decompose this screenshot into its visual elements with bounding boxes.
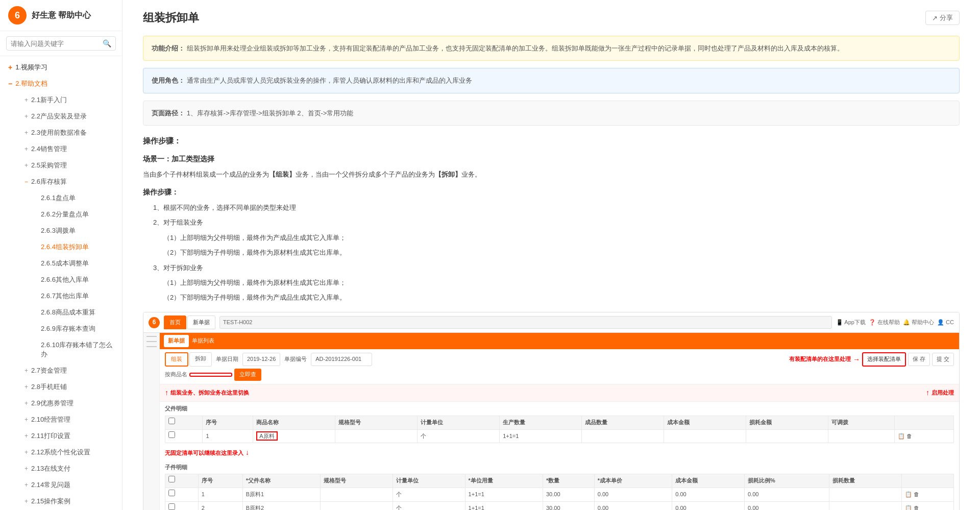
sidebar-item-2-6-5[interactable]: 2.6.5成本调整单 [33,255,122,272]
search-area: 🔍 [0,31,122,56]
sim-confirm-btn[interactable]: 选择装配清单 [862,352,906,367]
row-select2[interactable] [168,490,175,496]
sim-search-input[interactable] [189,373,232,377]
col-actual: 成品数量 [582,416,664,429]
sim-type-btn-assemble[interactable]: 组装 [165,352,188,367]
sim-tab-new[interactable]: 新单据 [187,315,215,330]
sim-doc-content: 新单据 单据列表 组装 拆卸 单据日期 2019-12-2 [160,333,959,510]
sidebar-item-2-6-9[interactable]: 2.6.9库存账本查询 [33,321,122,337]
nav-sub-docs: + 2.1新手入门 + 2.2产品安装及登录 + 2.3使用前数据准备 + 2.… [0,92,122,509]
expand-icon: + [24,383,28,391]
path-text: 1、库存核算->库存管理->组装拆卸单 2、首页->常用功能 [187,109,354,117]
sim-tab-home[interactable]: 首页 [164,315,186,330]
arrow-up-icon2: ↑ [926,386,929,399]
row-copy-icon3[interactable]: 📋 [905,505,912,510]
screenshot-container: 6 首页 新单据 TEST-H002 📱 App下载 ❓ 在线帮助 🔔 帮助中心… [143,312,960,510]
share-button[interactable]: ↗ 分享 [925,11,960,25]
row-select-checkbox[interactable] [168,431,175,438]
sim-search-label: 按商品名 [165,370,187,380]
sidebar-item-2-2[interactable]: + 2.2产品安装及登录 [16,108,122,125]
sim-icon-strip [143,333,160,510]
select-all-checkbox[interactable] [168,418,175,424]
sidebar-item-2-4[interactable]: + 2.4销售管理 [16,141,122,157]
sim-no-input[interactable]: AD-20191226-001 [311,353,372,366]
sidebar-item-label: 1.视频学习 [15,63,47,72]
sim-doc-tab-new[interactable]: 新单据 [164,335,189,347]
sidebar-item-2-13[interactable]: + 2.13在线支付 [16,460,122,477]
sidebar-label: 2.6.5成本调整单 [41,259,89,268]
nav-sub-2-6: 2.6.1盘点单 2.6.2分量盘点单 2.6.3调拨单 2.6.4组装拆卸单 … [16,190,122,362]
sidebar-label: 2.6.2分量盘点单 [41,210,89,219]
row-total-cost [746,429,828,443]
role-label: 使用角色： [152,77,185,84]
sim-topbar: 6 首页 新单据 TEST-H002 📱 App下载 ❓ 在线帮助 🔔 帮助中心… [143,312,959,333]
sidebar-item-2-6[interactable]: − 2.6库存核算 [16,174,122,190]
sidebar-item-2-9[interactable]: + 2.9优惠券管理 [16,395,122,411]
sidebar-label: 2.6.3调拨单 [41,226,76,235]
sidebar-label: 2.7资金管理 [31,366,67,375]
row-select3[interactable] [168,503,175,510]
row-delete-icon[interactable]: 🗑 [906,433,912,439]
search-input[interactable] [11,40,103,47]
row-ops: 📋 🗑 [894,429,953,443]
expand-icon: + [24,498,28,505]
step2-1-text: （1）上部明细为父件明细，最终作为产成品生成其它入库单； [143,232,960,244]
row-copy-icon[interactable]: 📋 [898,433,905,439]
sidebar-item-2-14[interactable]: + 2.14常见问题 [16,477,122,493]
search-box[interactable]: 🔍 [6,36,116,51]
sim-search-btn[interactable]: 立即查 [234,369,261,381]
sidebar-item-2-6-8[interactable]: 2.6.8商品成本重算 [33,304,122,321]
steps-section-label: 操作步骤： [143,134,960,148]
select-all-checkbox2[interactable] [168,476,175,482]
expand-icon: + [24,145,28,153]
sim-title-text: TEST-H002 [223,319,252,325]
sidebar-item-2-15[interactable]: + 2.15操作案例 [16,493,122,509]
sidebar-label: 2.6.8商品成本重算 [41,308,95,317]
row-qty: 1+1=1 [500,429,582,443]
sidebar-item-2-10[interactable]: + 2.10经营管理 [16,411,122,428]
sidebar-item-2-7[interactable]: + 2.7资金管理 [16,362,122,379]
sim-doc-tab-list[interactable]: 单据列表 [192,336,214,346]
sidebar-item-2-3[interactable]: + 2.3使用前数据准备 [16,125,122,141]
share-icon: ↗ [932,14,938,22]
sidebar-item-2-1[interactable]: + 2.1新手入门 [16,92,122,108]
sidebar-item-2-6-10[interactable]: 2.6.10库存账本错了怎么办 [33,337,122,362]
sidebar-label: 2.6.6其他入库单 [41,275,89,284]
sidebar-item-2-6-4[interactable]: 2.6.4组装拆卸单 [33,239,122,255]
step3-2-text: （2）下部明细为子件明细，最终作为产成品生成其它入库单。 [143,292,960,303]
sim-anno-enable: ↑ 启用处理 [926,386,954,399]
sim-date-input[interactable]: 2019-12-26 [242,353,280,366]
sidebar-item-2-12[interactable]: + 2.12系统个性化设置 [16,444,122,460]
table-row: 1 B原料1 个 1+1=1 30.00 0.00 0.00 0.00 [165,488,954,502]
sidebar-item-2-6-6[interactable]: 2.6.6其他入库单 [33,272,122,288]
sim-save-btn[interactable]: 保 存 [908,353,930,366]
sim-parent-table: 序号 商品名称 规格型号 计量单位 生产数量 成品数量 成本金额 损耗金额 可调 [165,416,954,444]
sidebar-item-2-5[interactable]: + 2.5采购管理 [16,157,122,174]
row-delete-icon3[interactable]: 🗑 [914,505,919,510]
func-intro-label: 功能介绍： [152,44,185,52]
sidebar-label: 2.4销售管理 [31,144,67,154]
sidebar-item-2-6-7[interactable]: 2.6.7其他出库单 [33,288,122,304]
sidebar-label: 2.15操作案例 [31,497,70,506]
row-spec [335,429,418,443]
row-copy-icon2[interactable]: 📋 [905,491,912,497]
expand-icon: + [24,367,28,374]
step3-1-text: （1）上部明细为父件明细，最终作为原材料生成其它出库单； [143,277,960,288]
anno5-text: 无固定清单可以继续在这里录入 [165,450,243,456]
sim-type-btn-disassemble[interactable]: 拆卸 [189,352,212,367]
sidebar-item-2-8[interactable]: + 2.8手机旺铺 [16,379,122,395]
sidebar-item-2-11[interactable]: + 2.11打印设置 [16,428,122,444]
sidebar-item-2-6-1[interactable]: 2.6.1盘点单 [33,190,122,206]
sim-nav-tabs: 首页 新单据 [164,315,215,330]
sidebar-item-2-6-2[interactable]: 2.6.2分量盘点单 [33,206,122,223]
row-delete-icon2[interactable]: 🗑 [914,491,919,497]
sidebar-item-video[interactable]: + 1.视频学习 [0,59,122,76]
row-no: 1 [203,429,253,443]
logo-area: 6 好生意 帮助中心 [0,0,122,31]
sim-submit-btn[interactable]: 提 交 [932,353,954,366]
sidebar-item-2-6-3[interactable]: 2.6.3调拨单 [33,223,122,239]
col-no2: 序号 [198,474,242,488]
sim-parent-label: 父件明细 [165,404,954,414]
sidebar-item-docs[interactable]: − 2.帮助文档 [0,76,122,92]
expand-icon: + [8,63,12,71]
